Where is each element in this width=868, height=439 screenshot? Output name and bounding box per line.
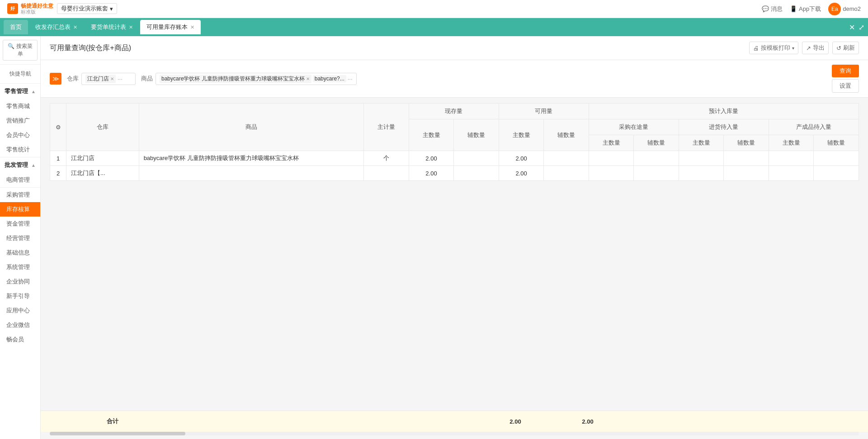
print-chevron-icon: ▾ bbox=[792, 46, 794, 51]
sidebar-section-wholesale-header[interactable]: 批发管理 ▲ bbox=[0, 157, 40, 173]
export-icon: ↗ bbox=[806, 45, 811, 52]
sidebar-item-retail-store[interactable]: 零售商城 bbox=[0, 99, 40, 113]
quick-nav-label: 快捷导航 bbox=[9, 71, 31, 77]
table-warehouse-header: 仓库 bbox=[66, 104, 139, 151]
table-container: ⚙ 仓库 商品 主计量 现存量 可用量 预计入库量 主数量 辅数量 主数量 辅数… bbox=[41, 98, 868, 411]
summary-incoming-sub bbox=[750, 415, 787, 428]
tab-receipts-label: 收发存汇总表 bbox=[35, 23, 71, 31]
refresh-button[interactable]: ↺ 刷新 bbox=[832, 42, 859, 54]
sidebar-item-finance[interactable]: 资金管理 bbox=[0, 217, 40, 231]
content-area: 可用量查询(按仓库+商品) 🖨 按模板打印 ▾ ↗ 导出 ↺ 刷新 ≫ bbox=[41, 36, 868, 439]
maximize-icon[interactable]: ⤢ bbox=[859, 23, 864, 32]
sidebar-item-app-center[interactable]: 应用中心 bbox=[0, 303, 40, 318]
search-menu-button[interactable]: 🔍 搜索菜单 bbox=[3, 40, 38, 61]
sidebar-item-member-plus[interactable]: 畅会员 bbox=[0, 332, 40, 347]
table-production-sub-header: 辅数量 bbox=[814, 135, 859, 151]
sidebar-item-enterprise-wechat[interactable]: 企业微信 bbox=[0, 318, 40, 332]
org-name: 母婴行业演示账套 bbox=[61, 5, 108, 13]
horizontal-scroll-bar[interactable] bbox=[50, 432, 859, 435]
sidebar-item-retail-stats[interactable]: 零售统计 bbox=[0, 142, 40, 157]
summary-avail-main: 2.00 bbox=[570, 415, 606, 428]
sidebar-item-purchasing[interactable]: 采购管理 bbox=[0, 188, 40, 202]
nav-tabs: 首页 收发存汇总表 ✕ 要货单统计表 ✕ 可用量库存账本 ✕ ✕ ⤢ bbox=[0, 18, 868, 36]
tab-home[interactable]: 首页 bbox=[4, 20, 28, 34]
table-incoming-main-header: 主数量 bbox=[679, 135, 724, 151]
export-button[interactable]: ↗ 导出 bbox=[802, 42, 829, 54]
settings-button[interactable]: 设置 bbox=[832, 79, 859, 93]
row-index: 1 bbox=[50, 151, 66, 166]
row-stock-main: 2.00 bbox=[409, 151, 454, 166]
tab-orders-close-icon[interactable]: ✕ bbox=[129, 24, 133, 30]
user-menu[interactable]: Ea demo2 bbox=[828, 3, 861, 15]
horizontal-scroll-thumb[interactable] bbox=[50, 432, 185, 435]
warehouse-filter-dots[interactable]: ··· bbox=[118, 76, 123, 82]
summary-production-main bbox=[787, 415, 823, 428]
nav-tabs-right: ✕ ⤢ bbox=[849, 23, 864, 32]
summary-empty-2 bbox=[66, 415, 102, 428]
product-filter-input[interactable]: babycare学饮杯 儿童防摔防撞吸管杯重力球吸嘴杯宝宝水杯 ✕ babyca… bbox=[156, 73, 357, 85]
filter-expand-button[interactable]: ≫ bbox=[50, 73, 61, 85]
app-icon: 📱 bbox=[790, 5, 797, 12]
table-stock-group-header: 现存量 bbox=[409, 104, 499, 119]
sidebar-item-new-guide[interactable]: 新手引导 bbox=[0, 289, 40, 303]
row-unit: 个 bbox=[364, 151, 409, 166]
table-purchase-group-header: 采购在途量 bbox=[589, 119, 679, 135]
tab-available-stock-close-icon[interactable]: ✕ bbox=[190, 24, 194, 30]
message-icon: 💬 bbox=[762, 5, 769, 12]
warehouse-tag-close-icon[interactable]: ✕ bbox=[110, 76, 114, 81]
app-download-button[interactable]: 📱 App下载 bbox=[790, 5, 821, 13]
print-label: 按模板打印 bbox=[761, 44, 790, 52]
message-button[interactable]: 💬 消息 bbox=[762, 5, 783, 13]
product-tag-1-close-icon[interactable]: ✕ bbox=[306, 76, 310, 81]
table-avail-main-header: 主数量 bbox=[499, 119, 544, 151]
top-bar-right: 💬 消息 📱 App下载 Ea demo2 bbox=[762, 3, 861, 15]
retail-section-chevron-icon: ▲ bbox=[31, 89, 36, 94]
table-avail-sub-header: 辅数量 bbox=[544, 119, 589, 151]
table-purchase-main-header: 主数量 bbox=[589, 135, 634, 151]
tab-receipts-close-icon[interactable]: ✕ bbox=[73, 24, 77, 30]
sidebar-section-retail-header[interactable]: 零售管理 ▲ bbox=[0, 84, 40, 99]
table-stock-main-header: 主数量 bbox=[409, 119, 454, 151]
print-template-button[interactable]: 🖨 按模板打印 ▾ bbox=[749, 42, 798, 54]
close-all-tabs-icon[interactable]: ✕ bbox=[849, 23, 855, 32]
query-button[interactable]: 查询 bbox=[832, 65, 859, 77]
warehouse-filter-input[interactable]: 江北门店 ✕ ··· bbox=[81, 73, 136, 85]
row-purchase-main bbox=[589, 166, 634, 181]
row-purchase-sub bbox=[634, 151, 679, 166]
tab-available-stock[interactable]: 可用量库存账本 ✕ bbox=[140, 20, 201, 34]
sidebar-item-business-mgmt[interactable]: 经营管理 bbox=[0, 231, 40, 245]
sidebar-item-basic-info[interactable]: 基础信息 bbox=[0, 245, 40, 260]
message-label: 消息 bbox=[771, 5, 783, 13]
row-warehouse: 江北门店 bbox=[66, 151, 139, 166]
summary-incoming-main bbox=[714, 415, 750, 428]
sidebar-item-members[interactable]: 会员中心 bbox=[0, 128, 40, 142]
sidebar-item-quick-nav[interactable]: 快捷导航 bbox=[0, 66, 40, 81]
main-layout: 🔍 搜索菜单 快捷导航 零售管理 ▲ 零售商城 营销推广 会员中心 零售统计 批… bbox=[0, 36, 868, 439]
row-product: babycare学饮杯 儿童防摔防撞吸管杯重力球吸嘴杯宝宝水杯 bbox=[139, 151, 364, 166]
table-row: 1 江北门店 babycare学饮杯 儿童防摔防撞吸管杯重力球吸嘴杯宝宝水杯 个… bbox=[50, 151, 859, 166]
product-tag-2: babycare?... bbox=[313, 75, 346, 82]
tab-receipts[interactable]: 收发存汇总表 ✕ bbox=[29, 20, 84, 34]
sidebar-item-marketing[interactable]: 营销推广 bbox=[0, 113, 40, 128]
tab-orders-label: 要货单统计表 bbox=[91, 23, 126, 31]
sidebar-item-enterprise-collab[interactable]: 企业协同 bbox=[0, 274, 40, 289]
logo-main-text: 畅捷通好生意 bbox=[21, 3, 53, 9]
org-selector[interactable]: 母婴行业演示账套 ▾ bbox=[57, 3, 117, 14]
footer-bar: 合计 2.00 2.00 bbox=[41, 411, 868, 432]
page-title: 可用量查询(按仓库+商品) bbox=[50, 43, 131, 53]
sidebar-nav: 快捷导航 bbox=[0, 65, 40, 84]
table-incoming-sub-header: 辅数量 bbox=[724, 135, 769, 151]
summary-empty-1 bbox=[50, 415, 66, 428]
summary-table: 合计 2.00 2.00 bbox=[50, 415, 859, 428]
filter-action-buttons: 查询 设置 bbox=[832, 65, 859, 93]
table-settings-header[interactable]: ⚙ bbox=[50, 104, 66, 151]
product-filter-dots[interactable]: ··· bbox=[348, 76, 353, 82]
table-forecast-group-header: 预计入库量 bbox=[589, 104, 859, 119]
sidebar-item-ecommerce[interactable]: 电商管理 bbox=[0, 173, 40, 187]
sidebar-item-system-mgmt[interactable]: 系统管理 bbox=[0, 260, 40, 274]
row-index: 2 bbox=[50, 166, 66, 181]
row-avail-main: 2.00 bbox=[499, 166, 544, 181]
tab-orders[interactable]: 要货单统计表 ✕ bbox=[85, 20, 139, 34]
sidebar-item-inventory[interactable]: 库存核算 bbox=[0, 202, 40, 217]
summary-stock-main: 2.00 bbox=[497, 415, 533, 428]
